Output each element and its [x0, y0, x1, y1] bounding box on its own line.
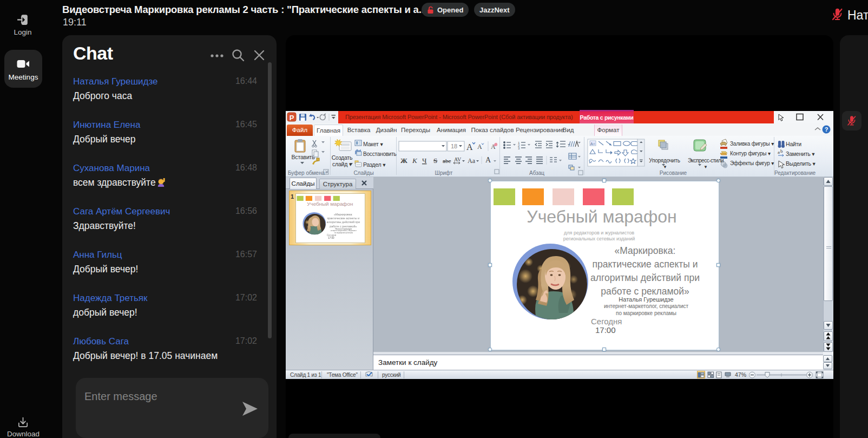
svg-text:18: 18 — [451, 143, 457, 149]
svg-text:P: P — [290, 114, 294, 122]
svg-text:К: К — [412, 156, 418, 165]
svg-text:A: A — [485, 156, 491, 164]
svg-text:S: S — [433, 156, 437, 165]
svg-text:A=: A= — [590, 142, 595, 146]
svg-text:47%: 47% — [735, 371, 746, 378]
svg-text:a: a — [778, 149, 780, 155]
svg-text:b: b — [780, 148, 783, 154]
svg-text:3: 3 — [518, 147, 520, 150]
svg-text:Ч: Ч — [422, 156, 427, 165]
svg-text:A: A — [466, 142, 473, 152]
svg-text:AV: AV — [454, 156, 462, 162]
svg-text:Aa: Aa — [468, 157, 476, 165]
svg-text:A: A — [477, 143, 482, 151]
svg-text:?: ? — [825, 126, 828, 133]
svg-text:Ж: Ж — [400, 156, 407, 165]
svg-text:abc: abc — [443, 158, 451, 164]
